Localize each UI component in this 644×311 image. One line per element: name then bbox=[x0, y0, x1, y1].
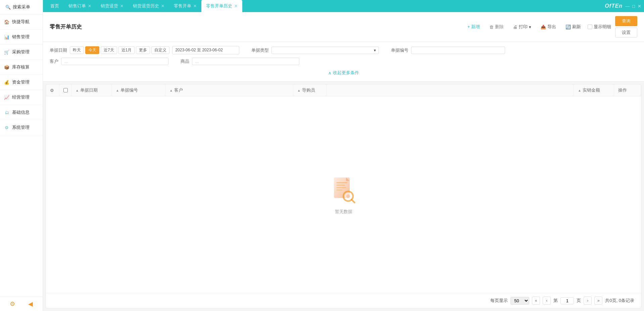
date-btn-today[interactable]: 今天 bbox=[85, 46, 99, 54]
table-area: ⚙ ▲ 单据日期 ▲ 单据编号 ▲ 客户 ▲ bbox=[46, 84, 641, 308]
sidebar-item-quick-nav[interactable]: 🏠 快捷导航 bbox=[0, 14, 43, 30]
filter-row-2: 客户 … 商品 … bbox=[50, 58, 637, 65]
ops-icon: 📈 bbox=[3, 94, 10, 101]
query-button[interactable]: 查询 bbox=[615, 16, 637, 26]
window-minimize[interactable]: — bbox=[625, 4, 630, 9]
refresh-label: 刷新 bbox=[572, 24, 581, 30]
empty-text: 暂无数据 bbox=[335, 209, 352, 215]
sidebar-item-label: 资金管理 bbox=[12, 79, 30, 85]
sidebar-item-basic-info[interactable]: 🗂 基础信息 bbox=[0, 105, 43, 120]
date-btn-1month[interactable]: 近1月 bbox=[118, 46, 135, 54]
last-page-button[interactable]: » bbox=[594, 297, 602, 305]
sort-asc-icon-amt: ▲ bbox=[578, 89, 581, 92]
setting-button[interactable]: 设置 bbox=[615, 28, 637, 38]
select-all-checkbox[interactable] bbox=[63, 88, 68, 93]
sidebar-search[interactable]: 🔍 搜索采单 bbox=[0, 0, 43, 14]
filter-row-1: 单据日期 昨天 今天 近7天 近1月 更多 自定义 2023-06-02 至 2… bbox=[50, 46, 637, 54]
th-settings: ⚙ bbox=[46, 85, 59, 96]
page-number-input[interactable]: 1 bbox=[560, 297, 574, 304]
tab-home[interactable]: 首页 bbox=[46, 0, 64, 12]
date-btn-yesterday[interactable]: 昨天 bbox=[70, 46, 84, 54]
tab-retail-open-label: 零售开单 bbox=[174, 3, 191, 9]
sidebar-item-purchase-mgmt[interactable]: 🛒 采购管理 bbox=[0, 45, 43, 60]
sort-asc-icon-num: ▲ bbox=[116, 89, 119, 92]
table-header: ⚙ ▲ 单据日期 ▲ 单据编号 ▲ 客户 ▲ bbox=[46, 85, 641, 96]
num-input[interactable] bbox=[411, 47, 505, 54]
filter-type: 单据类型 ▾ bbox=[251, 47, 379, 54]
tab-retail-history[interactable]: 零售开单历史 ✕ bbox=[201, 0, 242, 12]
sidebar-item-inventory[interactable]: 📦 库存核算 bbox=[0, 60, 43, 75]
tab-sales-return-close[interactable]: ✕ bbox=[120, 4, 123, 8]
tab-retail-open-close[interactable]: ✕ bbox=[193, 4, 197, 8]
window-close[interactable]: ✕ bbox=[638, 4, 641, 9]
th-guide-label: 导购员 bbox=[302, 87, 315, 93]
collapse-label: 收起更多条件 bbox=[333, 70, 359, 76]
customer-select[interactable]: … bbox=[61, 58, 168, 65]
th-num[interactable]: ▲ 单据编号 bbox=[112, 85, 165, 96]
th-date[interactable]: ▲ 单据日期 bbox=[71, 85, 112, 96]
collapse-button[interactable]: ∧ 收起更多条件 bbox=[328, 68, 359, 77]
tab-retail-history-close[interactable]: ✕ bbox=[234, 4, 238, 8]
tab-sales-order-close[interactable]: ✕ bbox=[88, 4, 91, 8]
empty-state: 暂无数据 bbox=[46, 96, 641, 293]
goods-select[interactable]: … bbox=[192, 58, 299, 65]
show-detail-label: 显示明细 bbox=[594, 24, 611, 30]
refresh-button[interactable]: 🔄 刷新 bbox=[563, 22, 584, 31]
sidebar-item-ops-mgmt[interactable]: 📈 经营管理 bbox=[0, 90, 43, 105]
sidebar-item-sales-mgmt[interactable]: 📊 销售管理 bbox=[0, 30, 43, 45]
next-page-button[interactable]: › bbox=[584, 297, 592, 305]
tab-retail-open[interactable]: 零售开单 ✕ bbox=[169, 0, 201, 12]
pagination: 每页显示 50 10 20 100 « ‹ 第 1 页 › » 共0页, 0条记… bbox=[46, 293, 641, 308]
type-label: 单据类型 bbox=[251, 47, 269, 53]
date-range-input[interactable]: 2023-06-02 至 2023-06-02 bbox=[172, 46, 239, 54]
svg-rect-3 bbox=[336, 187, 346, 188]
th-checkbox bbox=[59, 85, 71, 96]
goods-label: 商品 bbox=[181, 58, 189, 64]
tab-sales-return-history[interactable]: 销货退货历史 ✕ bbox=[128, 0, 169, 12]
tab-sales-return-history-close[interactable]: ✕ bbox=[161, 4, 164, 8]
window-maximize[interactable]: □ bbox=[632, 4, 635, 9]
show-detail-toggle[interactable]: 显示明细 bbox=[588, 24, 611, 30]
type-select[interactable]: ▾ bbox=[271, 47, 379, 54]
sidebar-item-label: 基础信息 bbox=[12, 109, 30, 115]
page-label: 第 bbox=[553, 298, 558, 304]
print-button[interactable]: 🖨 打印 ▾ bbox=[510, 22, 534, 31]
date-btn-custom[interactable]: 自定义 bbox=[151, 46, 169, 54]
prev-page-button[interactable]: ‹ bbox=[543, 297, 551, 305]
total-records: 共0页, 0条记录 bbox=[605, 298, 634, 304]
collapse-icon: ∧ bbox=[328, 70, 332, 75]
date-label: 单据日期 bbox=[50, 47, 67, 53]
per-page-select[interactable]: 50 10 20 100 bbox=[510, 297, 529, 305]
footer-collapse-icon[interactable]: ◀ bbox=[28, 300, 33, 308]
sidebar-item-label: 经营管理 bbox=[12, 94, 30, 100]
sidebar-item-finance[interactable]: 💰 资金管理 bbox=[0, 75, 43, 90]
first-page-button[interactable]: « bbox=[532, 297, 540, 305]
date-btn-more[interactable]: 更多 bbox=[136, 46, 150, 54]
th-customer[interactable]: ▲ 客户 bbox=[165, 85, 293, 96]
collapse-row: ∧ 收起更多条件 bbox=[50, 68, 637, 77]
sidebar-item-sys-mgmt[interactable]: ⚙ 系统管理 bbox=[0, 120, 43, 135]
export-button[interactable]: 📤 导出 bbox=[538, 22, 559, 31]
print-dropdown-icon: ▾ bbox=[529, 24, 531, 30]
sidebar-item-label: 采购管理 bbox=[12, 49, 30, 55]
tab-sales-order[interactable]: 销售订单 ✕ bbox=[64, 0, 96, 12]
page-unit: 页 bbox=[577, 298, 581, 304]
tab-sales-return[interactable]: 销货退货 ✕ bbox=[96, 0, 128, 12]
print-label: 打印 bbox=[519, 24, 528, 30]
svg-rect-4 bbox=[336, 190, 342, 191]
th-date-label: 单据日期 bbox=[80, 87, 98, 93]
footer-settings-icon[interactable]: ⚙ bbox=[10, 300, 15, 308]
delete-button[interactable]: 🗑 删除 bbox=[487, 22, 506, 31]
th-amount[interactable]: ▲ 实销金额 bbox=[574, 85, 614, 96]
num-label: 单据编号 bbox=[391, 47, 408, 53]
date-btn-7days[interactable]: 近7天 bbox=[101, 46, 117, 54]
add-button[interactable]: + 新增 bbox=[465, 22, 483, 31]
brand-label: OfTEn bbox=[605, 3, 623, 9]
show-detail-checkbox[interactable] bbox=[588, 24, 592, 29]
th-guide[interactable]: ▲ 导购员 bbox=[293, 85, 327, 96]
sort-asc-icon: ▲ bbox=[76, 89, 79, 92]
delete-icon: 🗑 bbox=[489, 24, 494, 30]
refresh-icon: 🔄 bbox=[565, 24, 571, 30]
customer-placeholder: … bbox=[64, 59, 68, 64]
table-settings-icon[interactable]: ⚙ bbox=[50, 88, 54, 93]
